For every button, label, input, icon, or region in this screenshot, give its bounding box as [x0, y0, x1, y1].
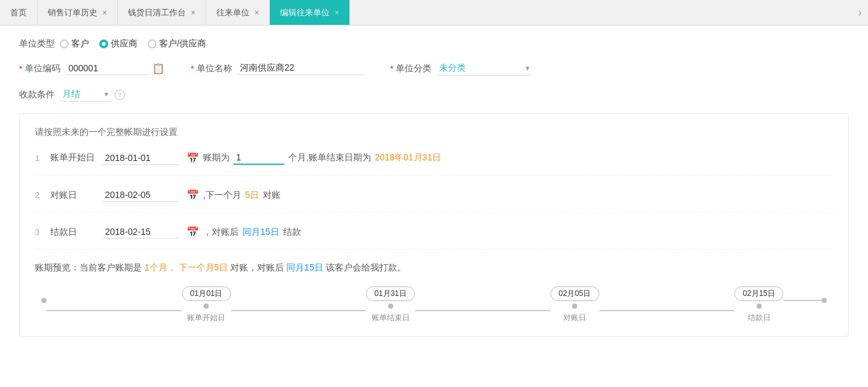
preview-part3: 同月15日	[286, 262, 323, 272]
radio-customer[interactable]: 客户	[60, 38, 89, 50]
step1-date-input[interactable]	[102, 151, 179, 165]
unit-category-required: *	[390, 64, 393, 74]
tl-node-2: 01月31日 账单结束日	[366, 286, 415, 323]
radio-circle-customer-supplier	[148, 39, 157, 48]
unit-code-input[interactable]	[66, 62, 148, 75]
tl-seg-4: 02月15日 结款日	[599, 286, 784, 323]
radio-supplier[interactable]: 供应商	[99, 38, 137, 50]
close-edit-partner[interactable]: ×	[335, 8, 339, 17]
tl-node1-desc: 账单开始日	[187, 313, 225, 323]
radio-supplier-label: 供应商	[111, 38, 137, 50]
step-row-1: 1 账单开始日 📅 账期为 个月,账单结束日期为 2018年01月31日	[35, 151, 833, 176]
tl-node3-label: 02月05日	[550, 286, 599, 301]
payment-select[interactable]: 月结 ▾	[60, 87, 111, 102]
unit-name-field: * 单位名称	[190, 62, 364, 75]
tl-start-dot	[41, 298, 46, 303]
step-content-1: 📅 账期为 个月,账单结束日期为 2018年01月31日	[102, 151, 441, 165]
tl-node-3: 02月05日 对账日	[550, 286, 599, 323]
step-content-2: 📅 ,下一个月 5日 对账	[102, 188, 281, 202]
tl-end-line	[783, 300, 822, 301]
step3-suffix-highlight: 同月15日	[242, 227, 279, 238]
radio-circle-customer	[60, 39, 69, 48]
payment-arrow: ▾	[104, 90, 108, 99]
unit-name-required: *	[190, 64, 193, 74]
step-num-2: 2	[35, 190, 50, 200]
tl-line-4	[599, 310, 735, 311]
step1-period-unit: 个月,账单结束日期为	[288, 152, 371, 164]
unit-code-field: * 单位编码 📋	[19, 62, 165, 75]
preview-part2: 下一个月5日	[179, 262, 228, 272]
preview-text: 账期预览：当前客户账期是 1个月， 下一个月5日 对账，对账后 同月15日 该客…	[35, 262, 833, 274]
unit-category-label: 单位分类	[396, 63, 431, 74]
unit-type-radio-group: 客户 供应商 客户/供应商	[60, 38, 206, 50]
unit-type-label: 单位类型	[19, 38, 55, 50]
close-sales-history[interactable]: ×	[102, 8, 107, 17]
payment-help-icon[interactable]: ?	[115, 90, 125, 100]
step1-period-end: 2018年01月31日	[375, 152, 441, 164]
step2-suffix-pre: ,下一个月	[203, 190, 241, 201]
step-num-3: 3	[35, 227, 50, 237]
tab-cash-work[interactable]: 钱货日清工作台 ×	[118, 0, 206, 25]
step-label-3: 结款日	[50, 227, 95, 238]
tl-node3-dot	[572, 304, 577, 309]
step3-suffix-post: 结款	[283, 227, 301, 238]
tl-line-1	[46, 310, 182, 311]
tl-node4-label: 02月15日	[734, 286, 783, 301]
tl-node1-dot	[204, 304, 209, 309]
tl-node1-label: 01月01日	[182, 286, 231, 301]
radio-customer-supplier[interactable]: 客户/供应商	[148, 38, 206, 50]
unit-name-label: 单位名称	[197, 63, 232, 74]
tl-node3-desc: 对账日	[563, 313, 586, 323]
unit-name-input[interactable]	[237, 62, 365, 75]
unit-category-value: 未分类	[439, 62, 523, 74]
step3-calendar-icon[interactable]: 📅	[186, 226, 199, 238]
close-partner[interactable]: ×	[255, 8, 259, 17]
preview-mid: 对账，对账后	[230, 262, 284, 272]
tl-node-1: 01月01日 账单开始日	[182, 286, 231, 323]
tl-seg-2: 01月31日 账单结束日	[231, 286, 416, 323]
unit-code-required: *	[19, 64, 22, 74]
step1-period-input[interactable]	[234, 151, 284, 165]
tl-node2-label: 01月31日	[366, 286, 415, 301]
payment-label: 收款条件	[19, 89, 55, 101]
step2-calendar-icon[interactable]: 📅	[186, 189, 199, 201]
step-row-3: 3 结款日 📅 ，对账后 同月15日 结款	[35, 225, 833, 250]
tabs-bar: 首页 销售订单历史 × 钱货日清工作台 × 往来单位 × 编辑往来单位 × ›	[0, 0, 868, 25]
tab-sales-history[interactable]: 销售订单历史 ×	[38, 0, 118, 25]
close-cash-work[interactable]: ×	[191, 8, 195, 17]
step-content-3: 📅 ，对账后 同月15日 结款	[102, 225, 301, 239]
preview-prefix: 账期预览：当前客户账期是	[35, 262, 142, 272]
step-row-2: 2 对账日 📅 ,下一个月 5日 对账	[35, 188, 833, 213]
tabs-arrow-right[interactable]: ›	[852, 7, 868, 18]
timeline-start	[41, 286, 46, 303]
radio-customer-label: 客户	[71, 38, 89, 50]
step3-suffix-pre: ，对账后	[203, 227, 239, 238]
tab-edit-partner[interactable]: 编辑往来单位 ×	[270, 0, 350, 25]
tl-line-3	[415, 310, 550, 311]
tl-node2-dot	[388, 304, 393, 309]
tab-home[interactable]: 首页	[0, 0, 38, 25]
tl-node2-desc: 账单结束日	[372, 313, 410, 323]
tab-partner[interactable]: 往来单位 ×	[206, 0, 270, 25]
unit-category-select[interactable]: 未分类 ▾	[437, 61, 532, 76]
unit-category-arrow: ▾	[526, 64, 529, 73]
tl-end-dot	[822, 298, 827, 303]
preview-section: 账期预览：当前客户账期是 1个月， 下一个月5日 对账，对账后 同月15日 该客…	[35, 262, 833, 323]
step1-period-label: 账期为	[203, 152, 230, 164]
main-content: 单位类型 客户 供应商 客户/供应商 * 单位编码 📋	[0, 25, 868, 387]
preview-suffix: 该客户会给我打款。	[326, 262, 406, 272]
tl-line-2	[231, 310, 367, 311]
step3-date-input[interactable]	[102, 225, 179, 239]
payment-value: 月结	[62, 88, 102, 100]
step2-date-input[interactable]	[102, 188, 179, 202]
settings-panel: 请按照未来的一个完整帐期进行设置 1 账单开始日 📅 账期为 个月,账单结束日期…	[19, 113, 849, 337]
payment-row: 收款条件 月结 ▾ ?	[19, 87, 849, 102]
step1-calendar-icon[interactable]: 📅	[186, 152, 199, 164]
tl-end	[783, 286, 827, 303]
radio-circle-supplier	[99, 39, 108, 48]
panel-description: 请按照未来的一个完整帐期进行设置	[35, 127, 833, 138]
step2-suffix-highlight: 5日	[245, 190, 259, 201]
unit-code-icon[interactable]: 📋	[152, 62, 165, 74]
timeline: 01月01日 账单开始日 01月31日 账单结束日	[35, 286, 833, 323]
unit-category-field: * 单位分类 未分类 ▾	[390, 61, 532, 76]
